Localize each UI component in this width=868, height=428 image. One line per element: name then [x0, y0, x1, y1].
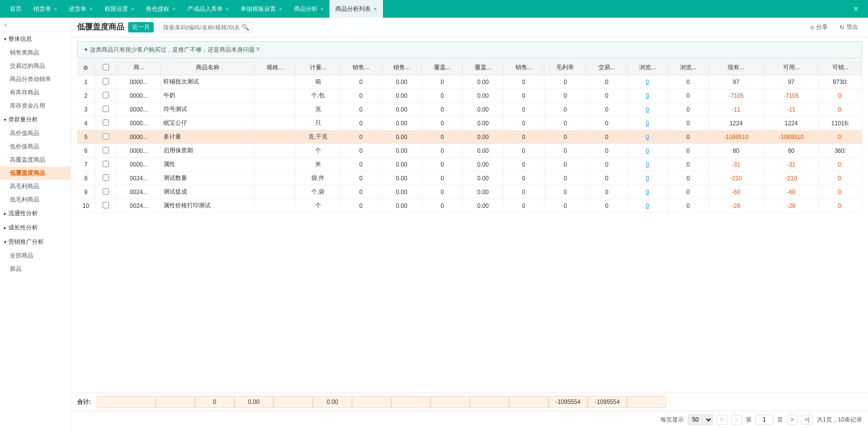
nav-template-close[interactable]: ×	[279, 6, 282, 12]
cell-checkbox[interactable]	[95, 130, 117, 144]
cell-checkbox[interactable]	[95, 171, 117, 185]
per-page-select[interactable]: 50 100 200	[688, 414, 713, 425]
col-views2[interactable]: 浏览...	[668, 60, 708, 75]
settings-icon[interactable]: ⚙	[83, 64, 88, 71]
prev-page-button[interactable]: <	[732, 415, 742, 425]
date-filter-button[interactable]: 近一月	[128, 22, 154, 32]
col-unit[interactable]: 计量...	[295, 60, 340, 75]
select-all-checkbox[interactable]	[103, 64, 109, 70]
nav-home[interactable]: 首页	[4, 0, 27, 18]
nav-product-analysis-close[interactable]: ×	[321, 6, 324, 12]
nav-product-analysis-list[interactable]: 商品分析列表 ×	[329, 0, 382, 18]
sidebar-section-group-analysis[interactable]: ▾ 类群量分析	[0, 113, 71, 127]
row-checkbox[interactable]	[103, 119, 109, 126]
nav-permission[interactable]: 权限设置 ×	[99, 0, 140, 18]
sidebar-item-high-coverage[interactable]: 高覆盖度商品	[0, 153, 71, 167]
col-current-stock[interactable]: 现有...	[708, 60, 763, 75]
table-row: 9 0024... 测试提成 个,袋 0 0.00 0 0.00 0 0 0 0…	[77, 185, 862, 199]
sidebar-section-circulation[interactable]: ▸ 流通性分析	[0, 206, 71, 221]
nav-purchase-order-close[interactable]: ×	[89, 6, 92, 12]
row-checkbox[interactable]	[103, 188, 109, 195]
col-name[interactable]: 商品名称	[160, 60, 254, 75]
last-page-button[interactable]: >|	[801, 415, 813, 425]
cell-views1[interactable]: 0	[627, 130, 668, 144]
row-checkbox[interactable]	[103, 133, 109, 140]
cell-views1[interactable]: 0	[627, 199, 668, 213]
cell-checkbox[interactable]	[95, 199, 117, 213]
col-margin[interactable]: 毛利率	[544, 60, 586, 75]
cell-checkbox[interactable]	[95, 75, 117, 89]
cell-checkbox[interactable]	[95, 158, 117, 171]
sidebar-item-low-coverage[interactable]: 低覆盖度商品	[0, 167, 71, 180]
col-sellable[interactable]: 可销...	[819, 60, 862, 75]
row-checkbox[interactable]	[103, 147, 109, 153]
col-trade[interactable]: 交易...	[586, 60, 627, 75]
next-page-button[interactable]: >	[787, 415, 797, 425]
sidebar-collapse-button[interactable]: «	[4, 21, 8, 29]
nav-product-analysis[interactable]: 商品分析 ×	[288, 0, 329, 18]
col-code[interactable]: 商...	[117, 60, 161, 75]
sidebar-item-sales-goods[interactable]: 销售类商品	[0, 46, 71, 59]
col-sales-qty[interactable]: 销售...	[341, 60, 381, 75]
col-settings[interactable]: ⚙	[77, 60, 95, 75]
nav-product-inbound-close[interactable]: ×	[226, 6, 229, 12]
col-available[interactable]: 可用...	[763, 60, 818, 75]
sidebar-item-low-value[interactable]: 低价值商品	[0, 140, 71, 153]
nav-sales-order[interactable]: 销货单 ×	[27, 0, 63, 18]
nav-purchase-order[interactable]: 进货单 ×	[63, 0, 98, 18]
cell-checkbox[interactable]	[95, 103, 117, 116]
nav-permission-close[interactable]: ×	[131, 6, 134, 12]
cell-checkbox[interactable]	[95, 89, 117, 103]
export-button[interactable]: ↻ 导出	[836, 22, 862, 33]
row-checkbox[interactable]	[103, 78, 109, 85]
nav-role-auth[interactable]: 角色授权 ×	[140, 0, 181, 18]
cell-views1[interactable]: 0	[627, 75, 668, 89]
sidebar-item-high-margin[interactable]: 高毛利商品	[0, 180, 71, 193]
cell-views1[interactable]: 0	[627, 116, 668, 130]
col-spec[interactable]: 规格...	[255, 60, 296, 75]
sidebar-item-stocked-goods[interactable]: 有库存商品	[0, 86, 71, 99]
row-checkbox[interactable]	[103, 92, 109, 98]
cell-checkbox[interactable]	[95, 185, 117, 199]
row-checkbox[interactable]	[103, 174, 109, 181]
first-page-button[interactable]: K	[717, 415, 728, 425]
cell-views1[interactable]: 0	[627, 103, 668, 116]
row-checkbox[interactable]	[103, 202, 109, 208]
share-button[interactable]: ⎋ 分享	[807, 22, 832, 33]
sidebar-section-overall[interactable]: ▾ 整体信息	[0, 32, 71, 46]
col-views1[interactable]: 浏览...	[627, 60, 668, 75]
sidebar-item-low-margin[interactable]: 低毛利商品	[0, 193, 71, 206]
nav-template-setting[interactable]: 单据模板设置 ×	[235, 0, 288, 18]
page-number-input[interactable]	[756, 415, 773, 425]
sidebar-item-category-rate[interactable]: 商品分类动销率	[0, 73, 71, 86]
col-checkbox[interactable]	[95, 60, 117, 75]
sidebar-section-growth[interactable]: ▸ 成长性分析	[0, 221, 71, 235]
cell-trade: 0	[586, 144, 627, 158]
sidebar-item-high-value[interactable]: 高价值商品	[0, 127, 71, 140]
sidebar-section-marketing[interactable]: ▾ 营销推广分析	[0, 235, 71, 249]
cell-checkbox[interactable]	[95, 116, 117, 130]
table-wrapper[interactable]: ⚙ 商... 商品名称 规格... 计量... 销售... 销售... 覆盖..…	[77, 60, 862, 393]
sidebar-item-traded-goods[interactable]: 交易过的商品	[0, 59, 71, 73]
cell-checkbox[interactable]	[95, 144, 117, 158]
cell-views1[interactable]: 0	[627, 89, 668, 103]
cell-views1[interactable]: 0	[627, 171, 668, 185]
sidebar-item-new-goods[interactable]: 新品	[0, 262, 71, 276]
row-checkbox[interactable]	[103, 161, 109, 167]
col-sales-amt[interactable]: 销售...	[381, 60, 422, 75]
nav-product-inbound[interactable]: 产成品入库单 ×	[182, 0, 235, 18]
cell-views1[interactable]: 0	[627, 158, 668, 171]
sidebar-item-inventory-capital[interactable]: 库存资金占用	[0, 99, 71, 113]
nav-product-analysis-list-close[interactable]: ×	[374, 6, 377, 12]
window-close-button[interactable]: ×	[848, 4, 864, 13]
col-coverage2[interactable]: 覆盖...	[462, 60, 503, 75]
cell-views1[interactable]: 0	[627, 185, 668, 199]
sidebar-item-all-goods[interactable]: 全部商品	[0, 249, 71, 262]
row-checkbox[interactable]	[103, 106, 109, 112]
nav-role-auth-close[interactable]: ×	[172, 6, 175, 12]
col-sales3[interactable]: 销售...	[503, 60, 544, 75]
col-coverage1[interactable]: 覆盖...	[422, 60, 462, 75]
nav-sales-order-close[interactable]: ×	[54, 6, 57, 12]
cell-views1[interactable]: 0	[627, 144, 668, 158]
search-input[interactable]	[163, 24, 242, 31]
